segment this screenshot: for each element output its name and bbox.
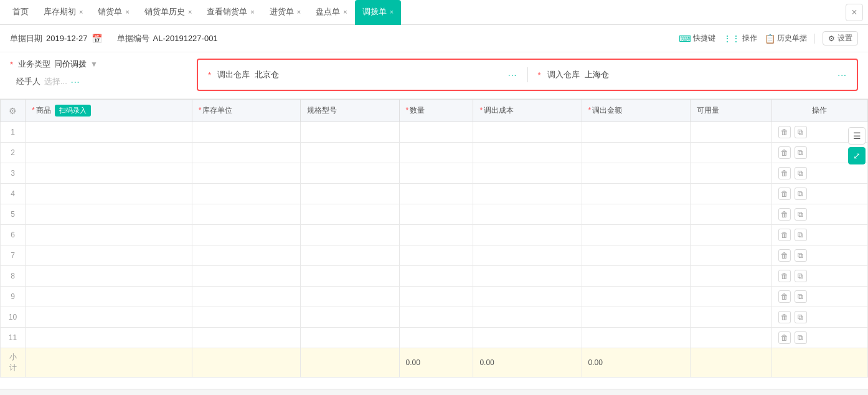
- tab-close-sales-order[interactable]: ×: [125, 8, 129, 16]
- available-cell-8[interactable]: [690, 266, 771, 287]
- available-cell-3[interactable]: [690, 163, 771, 184]
- product-cell-9[interactable]: [26, 287, 192, 307]
- cost-cell-7[interactable]: [473, 245, 582, 266]
- cost-cell-10[interactable]: [473, 307, 582, 328]
- out-warehouse-more-btn[interactable]: ···: [508, 70, 517, 80]
- cost-cell-2[interactable]: [473, 143, 582, 163]
- unit-cell-7[interactable]: [192, 245, 300, 266]
- quantity-cell-1[interactable]: [399, 122, 473, 143]
- in-warehouse-more-btn[interactable]: ···: [837, 70, 847, 80]
- unit-cell-8[interactable]: [192, 266, 300, 287]
- spec-cell-5[interactable]: [300, 204, 399, 225]
- available-cell-7[interactable]: [690, 245, 771, 266]
- delete-icon-3[interactable]: 🗑: [778, 167, 791, 179]
- quantity-cell-8[interactable]: [399, 266, 473, 287]
- settings-button[interactable]: ⚙ 设置: [823, 31, 858, 45]
- calendar-icon[interactable]: 📅: [92, 34, 102, 44]
- copy-icon-4[interactable]: ⧉: [795, 188, 807, 200]
- available-cell-10[interactable]: [690, 307, 771, 328]
- table-gear-icon[interactable]: ⚙: [9, 106, 17, 116]
- tab-close-view-sales[interactable]: ×: [250, 8, 254, 16]
- copy-icon-1[interactable]: ⧉: [795, 126, 807, 138]
- tab-sales-history[interactable]: 销货单历史 ×: [137, 0, 199, 25]
- operations-action[interactable]: ⋮⋮ 操作: [723, 33, 757, 44]
- delete-icon-4[interactable]: 🗑: [778, 188, 791, 200]
- copy-icon-6[interactable]: ⧉: [795, 229, 807, 241]
- product-cell-2[interactable]: [26, 143, 192, 163]
- amount-cell-2[interactable]: [582, 143, 690, 163]
- delete-icon-5[interactable]: 🗑: [778, 208, 791, 221]
- amount-cell-9[interactable]: [582, 287, 690, 307]
- copy-icon-8[interactable]: ⧉: [795, 270, 807, 282]
- tab-close-inventory-check[interactable]: ×: [343, 8, 347, 16]
- scan-button[interactable]: 扫码录入: [55, 105, 91, 117]
- available-cell-1[interactable]: [690, 122, 771, 143]
- history-action[interactable]: 📋 历史单据: [765, 33, 807, 44]
- product-cell-5[interactable]: [26, 204, 192, 225]
- copy-icon-7[interactable]: ⧉: [795, 249, 807, 262]
- spec-cell-8[interactable]: [300, 266, 399, 287]
- spec-cell-11[interactable]: [300, 328, 399, 348]
- copy-icon-5[interactable]: ⧉: [795, 208, 807, 221]
- product-cell-3[interactable]: [26, 163, 192, 184]
- delete-icon-10[interactable]: 🗑: [778, 311, 791, 323]
- available-cell-6[interactable]: [690, 225, 771, 245]
- copy-icon-9[interactable]: ⧉: [795, 290, 807, 303]
- amount-cell-4[interactable]: [582, 184, 690, 204]
- amount-cell-8[interactable]: [582, 266, 690, 287]
- tab-inventory-check[interactable]: 盘点单 ×: [308, 0, 354, 25]
- delete-icon-7[interactable]: 🗑: [778, 249, 791, 262]
- tab-close-purchase-order[interactable]: ×: [297, 8, 301, 16]
- product-cell-11[interactable]: [26, 328, 192, 348]
- cost-cell-9[interactable]: [473, 287, 582, 307]
- quantity-cell-11[interactable]: [399, 328, 473, 348]
- tab-purchase-order[interactable]: 进货单 ×: [262, 0, 308, 25]
- cost-cell-4[interactable]: [473, 184, 582, 204]
- tab-close-transfer-order[interactable]: ×: [390, 8, 394, 16]
- tab-sales-order[interactable]: 销货单 ×: [90, 0, 136, 25]
- window-close-button[interactable]: ×: [846, 4, 863, 21]
- cost-cell-5[interactable]: [473, 204, 582, 225]
- tab-view-sales[interactable]: 查看销货单 ×: [199, 0, 262, 25]
- product-cell-8[interactable]: [26, 266, 192, 287]
- amount-cell-1[interactable]: [582, 122, 690, 143]
- list-panel-icon[interactable]: ☰: [848, 127, 866, 145]
- amount-cell-11[interactable]: [582, 328, 690, 348]
- cost-cell-6[interactable]: [473, 225, 582, 245]
- tab-close-sales-history[interactable]: ×: [188, 8, 192, 16]
- unit-cell-10[interactable]: [192, 307, 300, 328]
- spec-cell-3[interactable]: [300, 163, 399, 184]
- spec-cell-6[interactable]: [300, 225, 399, 245]
- delete-icon-8[interactable]: 🗑: [778, 270, 791, 282]
- delete-icon-2[interactable]: 🗑: [778, 146, 791, 159]
- delete-icon-6[interactable]: 🗑: [778, 229, 791, 241]
- amount-cell-6[interactable]: [582, 225, 690, 245]
- cost-cell-1[interactable]: [473, 122, 582, 143]
- available-cell-4[interactable]: [690, 184, 771, 204]
- unit-cell-6[interactable]: [192, 225, 300, 245]
- product-cell-1[interactable]: [26, 122, 192, 143]
- amount-cell-5[interactable]: [582, 204, 690, 225]
- quantity-cell-9[interactable]: [399, 287, 473, 307]
- quantity-cell-4[interactable]: [399, 184, 473, 204]
- tab-inventory-init[interactable]: 库存期初 ×: [36, 0, 90, 25]
- product-cell-7[interactable]: [26, 245, 192, 266]
- spec-cell-10[interactable]: [300, 307, 399, 328]
- expand-panel-icon[interactable]: ⤢: [848, 147, 866, 164]
- delete-icon-9[interactable]: 🗑: [778, 290, 791, 303]
- shortcut-action[interactable]: ⌨ 快捷键: [679, 33, 715, 44]
- spec-cell-1[interactable]: [300, 122, 399, 143]
- delete-icon-11[interactable]: 🗑: [778, 331, 791, 344]
- unit-cell-1[interactable]: [192, 122, 300, 143]
- bottom-scrollbar[interactable]: [0, 389, 868, 395]
- unit-cell-3[interactable]: [192, 163, 300, 184]
- cost-cell-3[interactable]: [473, 163, 582, 184]
- amount-cell-10[interactable]: [582, 307, 690, 328]
- cost-cell-8[interactable]: [473, 266, 582, 287]
- unit-cell-4[interactable]: [192, 184, 300, 204]
- delete-icon-1[interactable]: 🗑: [778, 126, 791, 138]
- quantity-cell-10[interactable]: [399, 307, 473, 328]
- available-cell-5[interactable]: [690, 204, 771, 225]
- quantity-cell-7[interactable]: [399, 245, 473, 266]
- quantity-cell-5[interactable]: [399, 204, 473, 225]
